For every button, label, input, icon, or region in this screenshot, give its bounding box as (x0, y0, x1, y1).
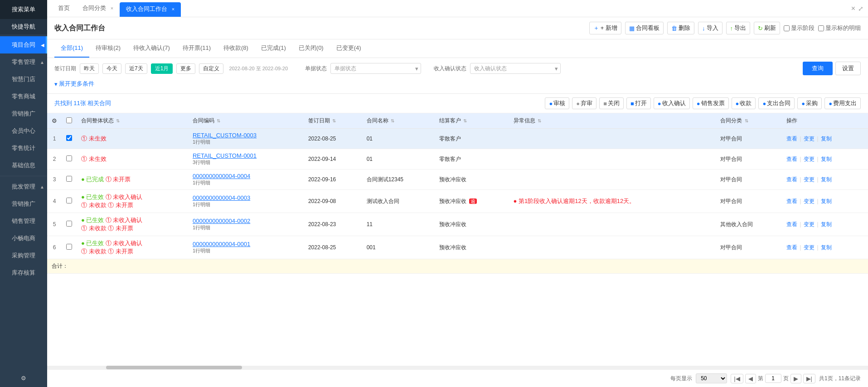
import-button[interactable]: ↓ 导入 (698, 22, 723, 34)
filter-tab-pending-payment[interactable]: 待收款(8) (217, 39, 255, 58)
op-change[interactable]: 变更 (804, 244, 815, 251)
date-btn-7days[interactable]: 近7天 (125, 63, 147, 74)
horizontal-scrollbar[interactable] (47, 366, 868, 369)
add-button[interactable]: ＋ + 新增 (589, 22, 621, 34)
date-btn-custom[interactable]: 自定义 (199, 63, 223, 74)
action-cost-out[interactable]: ● 费用支出 (824, 97, 861, 109)
sidebar-item-sales-mgmt[interactable]: 销售管理 (0, 213, 47, 230)
op-copy[interactable]: 复制 (821, 135, 832, 142)
tab-bar-expand-btn[interactable]: ⤢ (858, 5, 863, 12)
page-last-btn[interactable]: ▶| (803, 374, 815, 383)
tab-contract-type[interactable]: 合同分类 × (76, 0, 120, 17)
page-next-btn[interactable]: ▶ (790, 374, 801, 383)
sidebar-settings[interactable]: ⚙ (0, 369, 47, 387)
op-copy[interactable]: 复制 (821, 244, 832, 251)
code-link[interactable]: RETAIL_CUSTOM-0003 (193, 132, 257, 139)
op-change[interactable]: 变更 (804, 135, 815, 142)
sidebar-item-xiaochang[interactable]: 小畅电商 (0, 230, 47, 247)
row-checkbox[interactable] (62, 129, 77, 149)
code-link[interactable]: RETAIL_CUSTOM-0001 (193, 152, 257, 159)
filter-tab-pending-invoice[interactable]: 待开票(11) (176, 39, 217, 58)
date-btn-today[interactable]: 今天 (102, 63, 121, 74)
select-all-checkbox[interactable] (66, 117, 72, 123)
action-income-confirm[interactable]: ● 收入确认 (654, 97, 690, 109)
query-button[interactable]: 查询 (803, 62, 833, 75)
sidebar-item-marketing1[interactable]: 营销推广 (0, 105, 47, 122)
code-link[interactable]: 0000000000004-0003 (193, 194, 250, 201)
show-detail-input[interactable] (818, 25, 824, 31)
tab-contract-type-close[interactable]: × (111, 5, 113, 11)
op-view[interactable]: 查看 (786, 221, 797, 227)
code-link[interactable]: 0000000000004-0002 (193, 218, 250, 224)
action-purchase[interactable]: ● 采购 (797, 97, 822, 109)
action-abandon[interactable]: ● 弃审 (572, 97, 596, 109)
op-change[interactable]: 变更 (804, 156, 815, 162)
action-review[interactable]: ● 审核 (545, 97, 569, 109)
sidebar-nav[interactable]: 快捷导航 (0, 19, 47, 34)
show-stage-checkbox[interactable]: 显示阶段 (784, 24, 815, 32)
page-size-select[interactable]: 50 10 20 100 (696, 373, 727, 383)
sidebar-item-retail-mall[interactable]: 零售商城 (0, 88, 47, 105)
income-confirm-select[interactable]: 收入确认状态 (470, 63, 561, 74)
filter-tab-changed[interactable]: 已变更(4) (330, 39, 368, 58)
delete-button[interactable]: 🗑 删除 (667, 22, 694, 34)
sidebar-item-member[interactable]: 会员中心 (0, 122, 47, 140)
refresh-button[interactable]: ↻ 刷新 (754, 22, 780, 34)
filter-tab-completed[interactable]: 已完成(1) (255, 39, 292, 58)
sidebar-item-retail-stat[interactable]: 零售统计 (0, 140, 47, 157)
op-view[interactable]: 查看 (786, 135, 797, 142)
set-button[interactable]: 设置 (835, 62, 861, 75)
sidebar-item-inventory[interactable]: 库存核算 (0, 264, 47, 281)
code-link[interactable]: 0000000000004-0004 (193, 173, 250, 179)
row-checkbox[interactable] (62, 190, 77, 213)
code-link[interactable]: 0000000000004-0001 (193, 241, 250, 247)
scrollbar-thumb[interactable] (106, 366, 242, 369)
op-change[interactable]: 变更 (804, 198, 815, 204)
action-close[interactable]: ■ 关闭 (599, 97, 624, 109)
filter-tab-all[interactable]: 全部(11) (54, 39, 89, 58)
sidebar-item-retail-mgmt[interactable]: 零售管理 ▲ (0, 53, 47, 71)
sidebar-item-basic-info[interactable]: 基础信息 (0, 157, 47, 174)
filter-tab-pending-confirm[interactable]: 待收入确认(7) (127, 39, 176, 58)
row-checkbox[interactable] (62, 169, 77, 190)
action-open[interactable]: ■ 打开 (626, 97, 651, 109)
expand-filter-btn[interactable]: ▾ 展开更多条件 (54, 78, 94, 90)
show-detail-checkbox[interactable]: 显示标的明细 (818, 24, 861, 32)
sidebar-item-wholesale[interactable]: 批发管理 ▲ (0, 178, 47, 195)
op-view[interactable]: 查看 (786, 176, 797, 183)
op-change[interactable]: 变更 (804, 176, 815, 183)
op-view[interactable]: 查看 (786, 156, 797, 162)
tab-income-workbench-close[interactable]: × (172, 6, 175, 12)
show-stage-input[interactable] (784, 25, 790, 31)
page-input[interactable] (765, 374, 781, 383)
date-btn-more[interactable]: 更多 (176, 63, 195, 74)
date-btn-1month[interactable]: 近1月 (151, 63, 173, 74)
page-first-btn[interactable]: |◀ (731, 374, 743, 383)
row-checkbox[interactable] (62, 236, 77, 259)
filter-tab-pending-review[interactable]: 待审核(2) (89, 39, 127, 58)
tab-bar-close-btn[interactable]: × (851, 5, 855, 13)
op-copy[interactable]: 复制 (821, 176, 832, 183)
op-copy[interactable]: 复制 (821, 221, 832, 227)
op-view[interactable]: 查看 (786, 198, 797, 204)
sidebar-item-marketing2[interactable]: 营销推广 (0, 195, 47, 213)
col-setting[interactable]: ⚙ (47, 113, 62, 129)
sidebar-item-smart-store[interactable]: 智慧门店 (0, 71, 47, 88)
sidebar-search[interactable]: 搜索菜单 (0, 0, 47, 19)
op-copy[interactable]: 复制 (821, 156, 832, 162)
doc-status-select[interactable]: 单据状态 (330, 63, 421, 74)
sidebar-item-purchase[interactable]: 采购管理 (0, 247, 47, 264)
page-prev-btn[interactable]: ◀ (745, 374, 756, 383)
kanban-button[interactable]: ▦ 合同看板 (625, 22, 664, 34)
row-checkbox[interactable] (62, 149, 77, 169)
tab-income-workbench[interactable]: 收入合同工作台 × (120, 2, 181, 17)
sidebar-item-project[interactable]: 项目合同 ◀ (0, 36, 47, 53)
tab-home[interactable]: 首页 (52, 0, 76, 17)
op-change[interactable]: 变更 (804, 221, 815, 227)
action-payment[interactable]: ● 收款 (732, 97, 756, 109)
action-sales-invoice[interactable]: ● 销售发票 (693, 97, 729, 109)
action-expense-out[interactable]: ● 支出合同 (758, 97, 795, 109)
date-btn-yesterday[interactable]: 昨天 (80, 63, 99, 74)
op-view[interactable]: 查看 (786, 244, 797, 251)
row-checkbox[interactable] (62, 213, 77, 236)
